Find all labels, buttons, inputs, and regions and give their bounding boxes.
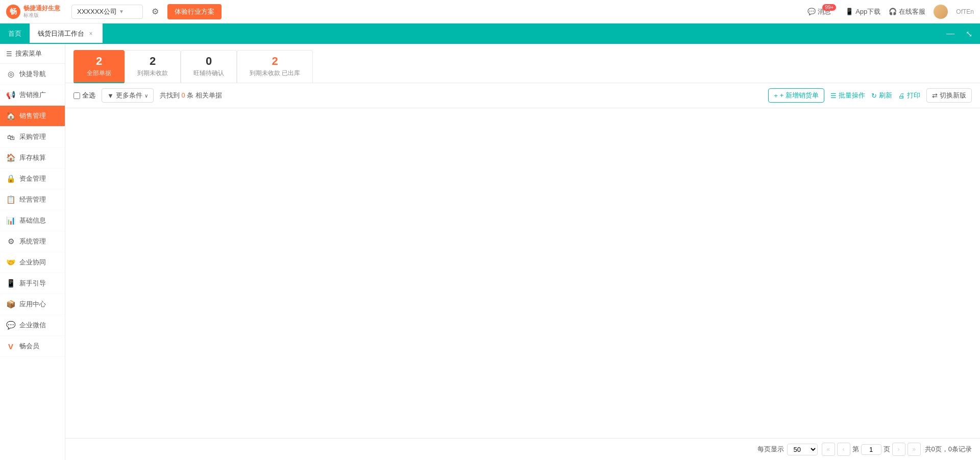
select-all-input[interactable] <box>74 92 80 99</box>
batch-label: 批量操作 <box>839 91 865 100</box>
sidebar-item-sales-label: 销售管理 <box>19 111 46 120</box>
stat-label-wangwang: 旺辅待确认 <box>193 69 224 78</box>
batch-icon: ☰ <box>830 92 837 100</box>
wechat-icon: 💬 <box>6 321 15 330</box>
switch-version-button[interactable]: ⇄ 切换新版 <box>926 88 972 103</box>
sidebar-item-wechat[interactable]: 💬 企业微信 <box>0 315 65 336</box>
sidebar-item-enterprise-label: 企业协同 <box>19 258 46 267</box>
page-suffix: 页 <box>884 445 890 454</box>
sidebar-item-basic-info-label: 基础信息 <box>19 216 46 225</box>
app-download-button[interactable]: 📱 App下载 <box>845 7 880 16</box>
first-page-button[interactable]: « <box>822 443 835 456</box>
sidebar-item-guide[interactable]: 📱 新手引导 <box>0 273 65 294</box>
nav-maximize-button[interactable]: ⤡ <box>962 27 976 41</box>
sidebar-item-purchase-label: 采购管理 <box>19 132 46 141</box>
sidebar-item-inventory-label: 库存核算 <box>19 153 46 162</box>
logo-icon: 畅 <box>6 5 20 19</box>
add-icon: + <box>774 92 778 100</box>
avatar-image <box>934 5 948 19</box>
refresh-button[interactable]: ↻ 刷新 <box>871 91 892 100</box>
toolbar: 全选 ▼ 更多条件 ∨ 共找到 0 条 相关单据 + + 新增销货单 ☰ <box>65 83 980 108</box>
tab-home-label: 首页 <box>8 29 21 38</box>
print-button[interactable]: 🖨 打印 <box>898 91 920 100</box>
filter-button[interactable]: ▼ 更多条件 ∨ <box>102 88 154 103</box>
stat-label-all: 全部单据 <box>87 69 111 78</box>
refresh-label: 刷新 <box>879 91 892 100</box>
sidebar-item-marketing-label: 营销推广 <box>19 90 46 100</box>
add-sales-order-label: + 新增销货单 <box>780 91 819 100</box>
sidebar-item-app-center[interactable]: 📦 应用中心 <box>0 294 65 315</box>
stat-tab-unshipped[interactable]: 2 到期未收款 已出库 <box>237 50 313 83</box>
found-text: 共找到 0 条 相关单据 <box>160 91 222 100</box>
settings-button[interactable]: ⚙ <box>147 4 163 20</box>
stat-tab-all[interactable]: 2 全部单据 <box>74 50 125 83</box>
sidebar-item-basic-info[interactable]: 📊 基础信息 <box>0 210 65 231</box>
page-input[interactable] <box>861 444 881 455</box>
stat-tab-overdue[interactable]: 2 到期未收款 <box>125 50 181 83</box>
active-tab-indicator <box>74 82 124 83</box>
page-label: 第 <box>852 445 859 454</box>
company-selector[interactable]: XXXXXX公司 ▼ <box>71 5 143 19</box>
tab-work-label: 钱货日清工作台 <box>38 29 84 38</box>
nav-minimize-button[interactable]: — <box>943 27 958 41</box>
often-label: OfTEn <box>956 8 974 15</box>
messages-badge: 99+ <box>822 4 836 11</box>
next-page-button[interactable]: › <box>892 443 905 456</box>
last-page-button[interactable]: » <box>908 443 921 456</box>
sidebar-item-sales[interactable]: 🏠 销售管理 <box>0 106 65 127</box>
tab-home[interactable]: 首页 <box>0 23 30 44</box>
basic-info-icon: 📊 <box>6 216 15 225</box>
nav-tabs: 首页 钱货日清工作台 × — ⤡ <box>0 23 980 44</box>
stats-tabs: 2 全部单据 2 到期未收款 0 旺辅待确认 2 到期未收款 已出库 <box>65 44 980 83</box>
sidebar-item-inventory[interactable]: 🏠 库存核算 <box>0 148 65 168</box>
main-layout: ☰ 搜索菜单 ◎ 快捷导航 📢 营销推广 🏠 销售管理 🛍 采购管理 🏠 库存核… <box>0 44 980 460</box>
stat-label-overdue: 到期未收款 <box>137 69 168 78</box>
sidebar-item-system[interactable]: ⚙ 系统管理 <box>0 231 65 252</box>
print-icon: 🖨 <box>898 92 905 100</box>
sidebar-item-member-label: 畅会员 <box>19 342 39 351</box>
stat-tab-wangwang[interactable]: 0 旺辅待确认 <box>181 50 237 83</box>
select-all-label: 全选 <box>82 91 95 100</box>
tab-work[interactable]: 钱货日清工作台 × <box>30 23 103 44</box>
sidebar-item-wechat-label: 企业微信 <box>19 321 46 330</box>
gear-icon: ⚙ <box>152 7 159 16</box>
sidebar-item-finance-label: 资金管理 <box>19 174 46 183</box>
sidebar-item-quick-nav[interactable]: ◎ 快捷导航 <box>0 64 65 85</box>
sidebar-item-enterprise[interactable]: 🤝 企业协同 <box>0 252 65 273</box>
prev-page-button[interactable]: ‹ <box>837 443 850 456</box>
toolbar-right: + + 新增销货单 ☰ 批量操作 ↻ 刷新 🖨 打印 ⇄ 切换新版 <box>768 88 972 103</box>
online-service-button[interactable]: 🎧 在线客服 <box>889 7 925 16</box>
filter-dropdown-icon: ∨ <box>144 93 148 99</box>
print-label: 打印 <box>907 91 920 100</box>
sidebar-item-quick-nav-label: 快捷导航 <box>19 69 46 79</box>
sidebar-item-system-label: 系统管理 <box>19 237 46 246</box>
per-page-label: 每页显示 <box>757 445 784 454</box>
messages-button[interactable]: 💬 消息 99+ <box>807 7 831 16</box>
sidebar-item-finance[interactable]: 🔒 资金管理 <box>0 168 65 189</box>
refresh-icon: ↻ <box>871 92 877 100</box>
avatar[interactable] <box>934 5 948 19</box>
table-area <box>65 108 980 438</box>
sidebar-item-operations[interactable]: 📋 经营管理 <box>0 189 65 210</box>
sales-icon: 🏠 <box>6 111 15 120</box>
service-icon: 🎧 <box>889 8 897 15</box>
finance-icon: 🔒 <box>6 174 15 183</box>
sidebar-item-operations-label: 经营管理 <box>19 195 46 204</box>
add-sales-order-button[interactable]: + + 新增销货单 <box>768 88 824 103</box>
batch-operation-button[interactable]: ☰ 批量操作 <box>830 91 865 100</box>
company-dropdown-arrow: ▼ <box>119 9 124 14</box>
sidebar-search[interactable]: ☰ 搜索菜单 <box>0 44 65 64</box>
trial-button[interactable]: 体验行业方案 <box>167 4 222 19</box>
company-name: XXXXXX公司 <box>77 7 117 16</box>
per-page-select[interactable]: 10 20 50 100 <box>787 444 818 455</box>
sidebar-item-member[interactable]: V 畅会员 <box>0 336 65 357</box>
top-right-area: 💬 消息 99+ 📱 App下载 🎧 在线客服 OfTEn <box>807 5 974 19</box>
tab-close-icon[interactable]: × <box>87 30 94 37</box>
inventory-icon: 🏠 <box>6 153 15 162</box>
sidebar-item-marketing[interactable]: 📢 营销推广 <box>0 85 65 106</box>
select-all-checkbox[interactable]: 全选 <box>74 91 95 100</box>
download-icon: 📱 <box>845 8 853 15</box>
filter-icon: ▼ <box>107 92 114 100</box>
sidebar-item-purchase[interactable]: 🛍 采购管理 <box>0 127 65 148</box>
operations-icon: 📋 <box>6 195 15 204</box>
